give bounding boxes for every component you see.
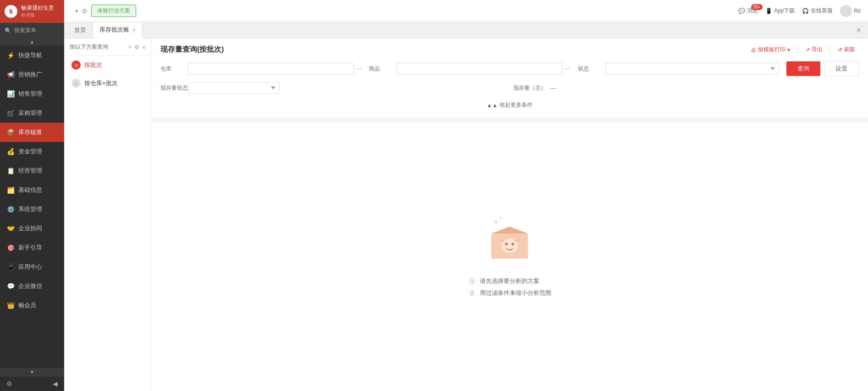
sidebar-item-label: 基础信息 [18,186,42,194]
tab-panel-close-icon[interactable]: ✕ [850,27,868,34]
tab-inventory-batch[interactable]: 库存批次账 ✕ [93,22,143,38]
sidebar-item-marketing[interactable]: 📢 营销推广 [0,65,64,84]
print-dropdown-icon: ▾ [787,47,790,53]
tabbar: 首页 库存批次账 ✕ ✕ [64,22,868,38]
filter-status: 状态 [578,63,779,75]
search-icon: 🔍 [5,27,11,34]
topbar-settings-icon[interactable]: ⚙ [82,7,88,15]
svg-point-1 [501,239,518,253]
empty-state: 1 请先选择要分析的方案 2 用过滤条件来缩小分析范围 [151,122,868,391]
topbar-left: ▾ ⚙ 体验行业方案 [71,5,734,17]
sidebar-item-label: 企业微信 [18,282,42,290]
app-download-action[interactable]: 📱 App下载 [765,7,795,15]
tab-home[interactable]: 首页 [68,22,93,38]
sidebar-item-member[interactable]: 👑 畅会员 [0,296,64,315]
product-dots[interactable]: ··· [564,65,570,73]
sidebar-item-inventory[interactable]: 📦 库存核算 [0,123,64,142]
warehouse-dots[interactable]: ··· [356,65,362,73]
trial-button[interactable]: 体验行业方案 [91,5,136,17]
sidebar-item-label: 采购管理 [18,109,42,117]
sidebar-item-label: 应用中心 [18,263,42,271]
plan-item-by-batch[interactable]: ⊙ 按批次 [64,56,151,74]
sidebar-item-corp-wechat[interactable]: 💬 企业微信 [0,277,64,296]
sidebar-collapse-icon[interactable]: ◀ [53,380,58,387]
sidebar-item-label: 销售管理 [18,90,42,98]
sidebar-item-operations[interactable]: 📋 经营管理 [0,161,64,180]
sidebar-scroll-up[interactable]: ▲ [0,38,64,46]
sidebar-item-label: 畅会员 [18,301,36,310]
inventory-status-select[interactable] [188,82,280,94]
hint-text-2: 用过滤条件来缩小分析范围 [480,289,551,297]
sidebar-item-finance[interactable]: 💰 资金管理 [0,142,64,161]
hint-text-1: 请先选择要分析的方案 [480,277,539,285]
sidebar: 6 畅康通好生意 标准版 🔍 搜索菜单 ▲ ⚡ 快捷导航 📢 营销推广 📊 销售… [0,0,64,391]
header-divider-1 [797,46,798,54]
sidebar-item-sales[interactable]: 📊 销售管理 [0,84,64,103]
search-label: 搜索菜单 [14,27,36,34]
hint-num-2: 2 [468,289,476,297]
sidebar-item-system[interactable]: ⚙️ 系统管理 [0,200,64,219]
warehouse-input[interactable] [188,63,354,75]
refresh-label: 刷新 [844,46,855,54]
message-action[interactable]: 💬 消息 99+ [738,7,758,15]
empty-illustration [482,213,537,268]
sidebar-item-label: 系统管理 [18,205,42,213]
app-title: 畅康通好生意 [21,5,54,12]
phone-icon: 📱 [765,8,772,14]
topbar: ▾ ⚙ 体验行业方案 💬 消息 99+ 📱 App下载 🎧 在线客服 Rit [64,0,868,22]
collapse-panel-icon[interactable]: « [142,44,145,50]
settings-button[interactable]: 设置 [824,61,859,76]
sidebar-bottom: ⚙ ◀ [0,376,64,391]
guide-icon: 🎯 [6,244,15,251]
sidebar-item-quick-nav[interactable]: ⚡ 快捷导航 [0,46,64,65]
sidebar-item-app-center[interactable]: 📱 应用中心 [0,257,64,277]
page-header-actions: 🖨 按模板打印 ▾ ↗ 导出 ↺ 刷新 [747,44,859,55]
sidebar-title-area: 畅康通好生意 标准版 [21,5,54,18]
query-button[interactable]: 查询 [786,61,820,76]
collapse-button[interactable]: ▲▲ 收起更多条件 [160,99,859,111]
print-button[interactable]: 🖨 按模板打印 ▾ [747,44,794,55]
message-badge: 99+ [751,4,763,10]
app-download-label: App下载 [774,7,795,15]
plan-item-by-warehouse-batch[interactable]: ⊙ 按仓库+批次 [64,74,151,92]
sidebar-item-purchase[interactable]: 🛒 采购管理 [0,103,64,123]
export-label: 导出 [812,46,823,54]
filter-warehouse: 仓库 ··· [160,63,362,75]
sidebar-item-enterprise[interactable]: 🤝 企业协同 [0,219,64,238]
tab-close-icon[interactable]: ✕ [132,27,136,33]
left-panel: 按以下方案查询 + ⚙ « ⊙ 按批次 ⊙ 按仓库+批次 [64,38,151,391]
left-panel-title: 按以下方案查询 [70,43,108,51]
sidebar-settings-icon[interactable]: ⚙ [6,380,12,387]
topbar-right: 💬 消息 99+ 📱 App下载 🎧 在线客服 Rit [738,5,861,17]
plan-settings-icon[interactable]: ⚙ [134,44,139,50]
sidebar-item-basic[interactable]: 🗂️ 基础信息 [0,180,64,200]
member-icon: 👑 [6,302,15,309]
product-input[interactable] [396,63,562,75]
sidebar-search[interactable]: 🔍 搜索菜单 [0,23,64,38]
plan-label-warehouse-batch: 按仓库+批次 [84,79,118,87]
export-icon: ↗ [805,47,810,53]
plan-icon-warehouse-batch: ⊙ [71,79,81,88]
user-avatar [840,5,852,17]
sidebar-item-label: 库存核算 [18,128,42,136]
page-title: 现存量查询(按批次) [160,45,224,54]
sidebar-item-guide[interactable]: 🎯 新手引导 [0,238,64,257]
message-icon: 💬 [738,8,745,14]
online-service-action[interactable]: 🎧 在线客服 [802,7,833,15]
add-plan-icon[interactable]: + [128,44,132,50]
inventory-icon: 📦 [6,129,15,136]
export-button[interactable]: ↗ 导出 [802,44,826,55]
left-panel-header: 按以下方案查询 + ⚙ « [64,38,151,56]
refresh-button[interactable]: ↺ 刷新 [834,44,859,55]
sidebar-item-label: 经营管理 [18,167,42,175]
user-area[interactable]: Rit [840,5,861,17]
tab-home-label: 首页 [74,26,86,34]
filter-inventory-qty: 现存量（主） — [513,84,859,92]
page-content: 按以下方案查询 + ⚙ « ⊙ 按批次 ⊙ 按仓库+批次 现存量查询(按批次) [64,38,868,391]
sidebar-scroll-down[interactable]: ▼ [0,368,64,376]
hint-num-1: 1 [468,277,476,285]
status-select[interactable] [605,63,779,75]
svg-point-3 [511,243,514,245]
topbar-dropdown-icon[interactable]: ▾ [75,8,78,14]
inventory-qty-dash: — [546,84,560,92]
